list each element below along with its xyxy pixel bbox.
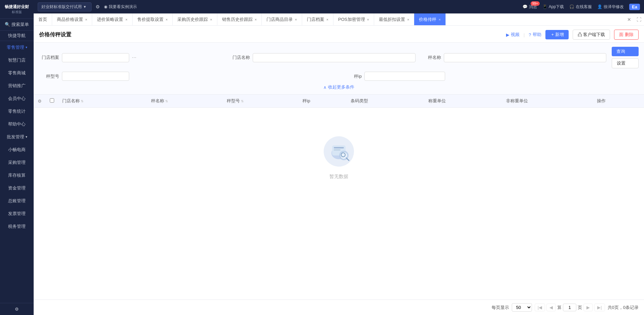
help-link[interactable]: ? 帮助 bbox=[529, 32, 541, 38]
page-input[interactable] bbox=[563, 304, 576, 311]
more-options-icon[interactable]: ··· bbox=[132, 55, 136, 61]
last-page-btn[interactable]: ▶| bbox=[594, 304, 605, 311]
add-button[interactable]: + 新增 bbox=[545, 30, 569, 39]
messages-btn[interactable]: 💬 消息 99+ bbox=[523, 4, 537, 10]
store-archive-input[interactable] bbox=[62, 53, 129, 62]
tab-close-btn[interactable]: × bbox=[166, 18, 168, 22]
scale-model-input[interactable] bbox=[62, 72, 129, 81]
table-checkbox-all[interactable] bbox=[46, 95, 58, 108]
tab-close-btn[interactable]: × bbox=[85, 18, 87, 22]
select-all-checkbox[interactable] bbox=[50, 98, 54, 103]
tab-close-btn[interactable]: × bbox=[125, 18, 127, 22]
tab-10[interactable]: 价格传秤× bbox=[414, 13, 445, 26]
tab-label: 首页 bbox=[38, 16, 47, 23]
per-page-select[interactable]: 50 10 20 100 bbox=[512, 303, 532, 312]
tab-close-btn[interactable]: × bbox=[210, 18, 212, 22]
video-link[interactable]: ▶ 视频 bbox=[506, 32, 520, 38]
scale-name-input[interactable] bbox=[444, 53, 606, 62]
sidebar-item-7[interactable]: 批发管理 ▾ bbox=[0, 131, 34, 143]
th-scale-ip-label: 秤ip bbox=[302, 98, 310, 103]
sort-scale-model[interactable]: 秤型号 ⇅ bbox=[227, 98, 294, 104]
tab-4[interactable]: 采购历史价跟踪× bbox=[173, 13, 217, 26]
settings-button-label: 设置 bbox=[617, 60, 625, 66]
sidebar-item-0[interactable]: 零售管理 ▾ bbox=[0, 41, 34, 54]
sidebar-item-8[interactable]: 小畅电商 bbox=[0, 143, 34, 156]
tabbar-expand-btn[interactable]: ✕ bbox=[624, 17, 634, 22]
app-download-label: App下载 bbox=[549, 4, 564, 10]
tab-0[interactable]: 首页 bbox=[34, 13, 52, 26]
app-download-btn[interactable]: 📱 App下载 bbox=[542, 4, 564, 10]
version-selector[interactable]: 好业财标准版交付试用 ▾ bbox=[38, 2, 92, 11]
topbar-demo-btn[interactable]: ◉ 我要看实例演示 bbox=[104, 4, 137, 10]
settings-button[interactable]: 设置 bbox=[612, 58, 639, 68]
tab-close-btn[interactable]: × bbox=[438, 18, 440, 22]
filter-row-1: 门店档案 ··· 门店名称 秤名称 查询 设置 bbox=[39, 47, 639, 68]
tab-3[interactable]: 售价提取设置× bbox=[133, 13, 173, 26]
table-footer: 每页显示 50 10 20 100 |◀ ◀ 算 页 ▶ ▶| 共0页，0条记录 bbox=[34, 300, 644, 315]
sidebar-item-label: 库存核算 bbox=[8, 172, 26, 178]
sidebar-item-10[interactable]: 库存核算 bbox=[0, 169, 34, 182]
delete-button[interactable]: 面 删除 bbox=[614, 30, 639, 40]
sidebar-item-2[interactable]: 零售商城 bbox=[0, 67, 34, 79]
tab-label: 门店档案 bbox=[307, 16, 324, 23]
first-page-btn[interactable]: |◀ bbox=[535, 304, 545, 311]
sidebar-item-6[interactable]: 帮助中心 bbox=[0, 118, 34, 131]
tab-1[interactable]: 商品价格设置× bbox=[52, 13, 92, 26]
user-btn[interactable]: 👤 徐泽华修改 bbox=[597, 4, 624, 10]
sidebar-settings-btn[interactable]: ⚙ bbox=[0, 303, 34, 315]
th-weight-unit-label: 称重单位 bbox=[428, 98, 446, 103]
chevron-down-icon: ▾ bbox=[84, 4, 86, 9]
tab-8[interactable]: POS加密管理× bbox=[333, 13, 374, 26]
app-logo: 畅捷通好业财 标准版 bbox=[0, 0, 34, 19]
sidebar-item-1[interactable]: 智慧门店 bbox=[0, 54, 34, 67]
tab-label: 商品价格设置 bbox=[57, 16, 83, 23]
tab-close-btn[interactable]: × bbox=[295, 18, 297, 22]
tab-label: 价格传秤 bbox=[419, 16, 436, 23]
th-non-weight-unit: 非称重单位 bbox=[502, 95, 593, 108]
sidebar-item-3[interactable]: 营销推广 bbox=[0, 79, 34, 92]
page-title: 价格传秤设置 bbox=[39, 31, 71, 38]
sort-scale-name[interactable]: 秤名称 ⇅ bbox=[151, 98, 219, 104]
online-service-btn[interactable]: 🎧 在线客服 bbox=[569, 4, 592, 10]
video-label: 视频 bbox=[511, 32, 520, 38]
sort-store-name[interactable]: 门店名称 ⇅ bbox=[62, 98, 143, 104]
prev-page-btn[interactable]: ◀ bbox=[546, 304, 556, 311]
sidebar-item-11[interactable]: 资金管理 bbox=[0, 182, 34, 195]
sort-icon-scale-model: ⇅ bbox=[241, 99, 244, 103]
download-client-button[interactable]: 凸 客户端下载 bbox=[573, 30, 610, 40]
th-store-name-label: 门店名称 bbox=[62, 98, 80, 104]
sidebar-item-9[interactable]: 采购管理 bbox=[0, 156, 34, 169]
tab-6[interactable]: 门店商品目录× bbox=[262, 13, 302, 26]
tab-close-btn[interactable]: × bbox=[407, 18, 409, 22]
next-page-btn[interactable]: ▶ bbox=[583, 304, 593, 311]
sidebar-search[interactable]: 🔍 搜索菜单 bbox=[0, 19, 34, 31]
sidebar-quick-nav-label: 快捷导航 bbox=[8, 33, 26, 38]
scale-ip-input[interactable] bbox=[364, 72, 445, 81]
sidebar-quick-nav[interactable]: 快捷导航 bbox=[0, 31, 34, 41]
sidebar-item-14[interactable]: 税务管理 bbox=[0, 220, 34, 233]
sidebar-item-4[interactable]: 会员中心 bbox=[0, 92, 34, 105]
sidebar-item-label: 会员中心 bbox=[8, 96, 26, 102]
tab-9[interactable]: 最低折扣设置× bbox=[374, 13, 414, 26]
tab-label: 售价提取设置 bbox=[137, 16, 164, 23]
tab-close-btn[interactable]: × bbox=[326, 18, 328, 22]
total-info: 共0页，0条记录 bbox=[608, 305, 639, 311]
sidebar-item-12[interactable]: 总账管理 bbox=[0, 195, 34, 207]
store-name-input[interactable] bbox=[253, 53, 415, 62]
topbar-right: 💬 消息 99+ 📱 App下载 🎧 在线客服 👤 徐泽华修改 Ea bbox=[523, 4, 640, 10]
tab-5[interactable]: 销售历史价跟踪× bbox=[217, 13, 262, 26]
user-avatar[interactable]: Ea bbox=[629, 4, 640, 10]
topbar-settings-btn[interactable]: ⚙ bbox=[96, 4, 100, 9]
sidebar-item-5[interactable]: 零售统计 bbox=[0, 105, 34, 118]
tab-2[interactable]: 进价策略设置× bbox=[92, 13, 132, 26]
video-icon: ▶ bbox=[506, 32, 509, 37]
tab-close-btn[interactable]: × bbox=[367, 18, 369, 22]
table-settings-icon[interactable]: ⚙ bbox=[34, 95, 46, 108]
tab-close-btn[interactable]: × bbox=[255, 18, 257, 22]
tab-7[interactable]: 门店档案× bbox=[302, 13, 333, 26]
th-operation: 操作 bbox=[593, 95, 644, 108]
tabbar-fullscreen-btn[interactable]: ⛶ bbox=[634, 17, 644, 22]
search-button[interactable]: 查询 bbox=[612, 47, 639, 56]
sidebar-item-13[interactable]: 发票管理 bbox=[0, 207, 34, 220]
collapse-btn[interactable]: ∧ 收起更多条件 bbox=[39, 84, 639, 90]
